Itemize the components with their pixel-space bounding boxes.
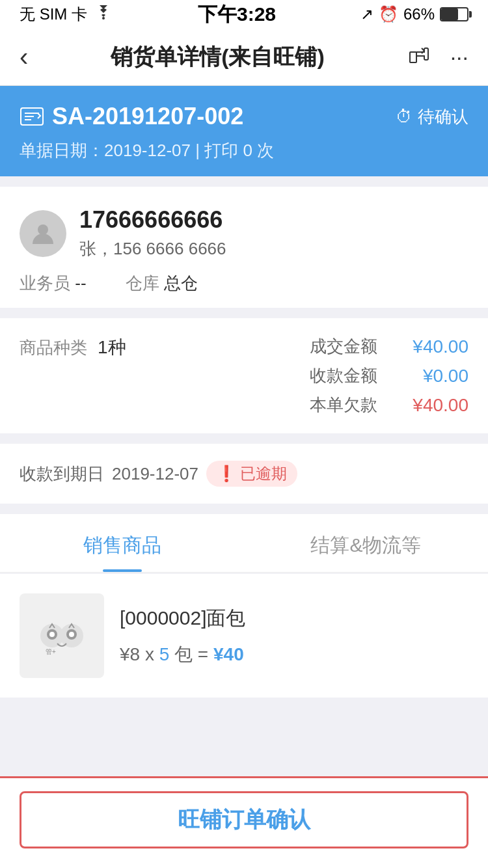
overdue-text: 已逾期 — [240, 463, 287, 484]
svg-text:管+: 管+ — [46, 648, 56, 655]
svg-point-0 — [102, 17, 105, 20]
customer-card: 17666666666 张，156 6666 6666 业务员 -- 仓库 总仓 — [0, 187, 488, 308]
back-button[interactable]: ‹ — [20, 42, 28, 72]
page-title: 销货单详情(来自旺铺) — [111, 42, 325, 72]
customer-name: 张，156 6666 6666 — [79, 237, 468, 260]
svg-point-8 — [49, 632, 55, 637]
received-row: 收款金额 ¥0.00 — [310, 364, 468, 387]
order-date: 单据日期：2019-12-07 | 打印 0 次 — [20, 139, 468, 162]
warehouse-field: 仓库 总仓 — [126, 272, 198, 295]
status-bar: 无 SIM 卡 下午3:28 ↗ ⏰ 66% — [0, 0, 488, 29]
share-icon[interactable] — [407, 43, 431, 72]
status-right: ↗ ⏰ 66% — [360, 5, 468, 23]
confirm-order-button[interactable]: 旺铺订单确认 — [20, 791, 468, 848]
bottom-bar: 旺铺订单确认 — [0, 776, 488, 868]
overdue-icon: ❗ — [217, 465, 236, 483]
more-icon[interactable]: ··· — [450, 44, 468, 70]
order-header-card: SA-20191207-002 ⏱ 待确认 单据日期：2019-12-07 | … — [0, 86, 488, 176]
due-row: 本单欠款 ¥40.00 — [310, 394, 468, 416]
category-info: 商品种类 1种 — [20, 335, 310, 360]
summary-card: 商品种类 1种 成交金额 ¥40.00 收款金额 ¥0.00 本单欠款 ¥40.… — [0, 318, 488, 433]
due-date-label: 收款到期日 — [20, 463, 104, 485]
received-value: ¥0.00 — [390, 366, 468, 387]
product-info: [0000002]面包 ¥8 x 5 包 = ¥40 — [120, 605, 468, 667]
financial-summary: 成交金额 ¥40.00 收款金额 ¥0.00 本单欠款 ¥40.00 — [310, 335, 468, 416]
product-qty: 5 — [159, 644, 170, 664]
battery-percent: 66% — [403, 5, 435, 23]
product-name: [0000002]面包 — [120, 605, 468, 632]
product-item: 管+ [0000002]面包 ¥8 x 5 包 = ¥40 — [0, 574, 488, 698]
order-status: ⏱ 待确认 — [396, 105, 468, 128]
nav-actions: ··· — [407, 43, 468, 72]
customer-meta: 业务员 -- 仓库 总仓 — [20, 272, 468, 295]
svg-point-3 — [38, 224, 48, 235]
svg-point-9 — [69, 632, 74, 637]
status-clock-icon: ⏱ — [396, 107, 413, 127]
due-value: ¥40.00 — [390, 395, 468, 416]
customer-info: 17666666666 张，156 6666 6666 — [79, 206, 468, 260]
tabs: 销售商品 结算&物流等 — [0, 514, 488, 573]
due-date-card: 收款到期日 2019-12-07 ❗ 已逾期 — [0, 444, 488, 504]
order-id: SA-20191207-002 — [20, 103, 243, 130]
customer-phone: 17666666666 — [79, 206, 468, 234]
alarm-icon: ⏰ — [379, 5, 398, 23]
overdue-badge: ❗ 已逾期 — [206, 461, 297, 487]
tab-products[interactable]: 销售商品 — [0, 514, 244, 572]
amount-row: 成交金额 ¥40.00 — [310, 335, 468, 358]
status-left: 无 SIM 卡 — [20, 4, 113, 25]
status-time: 下午3:28 — [198, 1, 276, 28]
wifi-icon — [94, 5, 113, 23]
carrier-label: 无 SIM 卡 — [20, 4, 87, 25]
nav-bar: ‹ 销货单详情(来自旺铺) ··· — [0, 29, 488, 86]
product-thumbnail: 管+ — [20, 593, 104, 678]
product-price: ¥8 x 5 包 = ¥40 — [120, 642, 468, 667]
product-section: 管+ [0000002]面包 ¥8 x 5 包 = ¥40 — [0, 574, 488, 698]
battery-icon — [440, 7, 468, 21]
salesman-field: 业务员 -- — [20, 272, 87, 295]
product-total: ¥40 — [213, 644, 244, 664]
tab-settlement[interactable]: 结算&物流等 — [244, 514, 488, 572]
avatar — [20, 210, 66, 257]
location-icon: ↗ — [360, 5, 373, 23]
svg-rect-1 — [410, 52, 416, 62]
amount-value: ¥40.00 — [390, 336, 468, 357]
due-date-value: 2019-12-07 — [112, 464, 198, 484]
